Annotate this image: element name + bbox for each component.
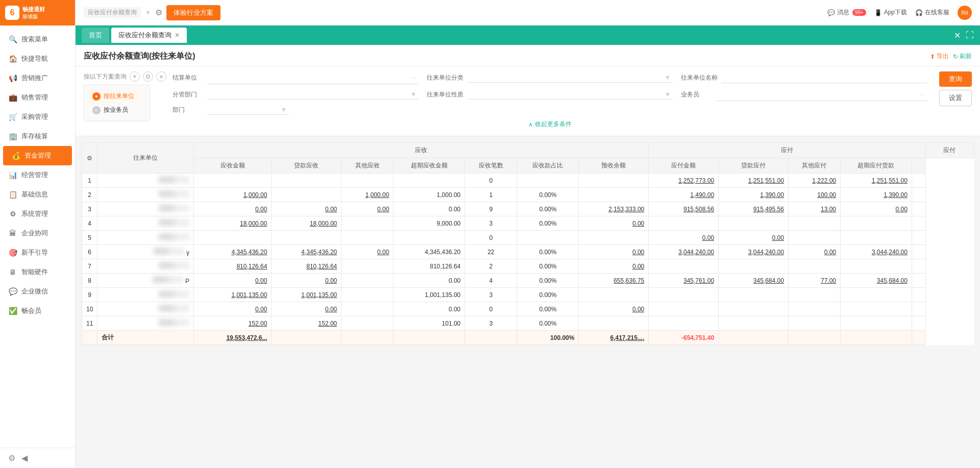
settlement-dots-icon: ··· xyxy=(411,74,416,81)
collapse-button[interactable]: ∧ 收起更多条件 xyxy=(173,118,927,131)
th-receivable-ratio: 应收款占比 xyxy=(517,158,579,174)
table-row: 418,000.0018,000.009,000.0030.00%0.00 xyxy=(82,216,974,231)
settings-icon[interactable]: ⚙ xyxy=(8,453,15,463)
tab-close-all-icon[interactable]: ✕ xyxy=(954,31,961,40)
app-download-action[interactable]: 📱 App下载 xyxy=(874,8,907,17)
marketing-icon: 📢 xyxy=(8,73,17,83)
dept-label: 分管部门 xyxy=(173,90,203,99)
settlement-unit-input[interactable] xyxy=(209,72,411,83)
logo: 6 畅捷通财 标准版 xyxy=(0,0,75,26)
unit-name-label: 往来单位名称 xyxy=(681,73,718,82)
user-avatar[interactable]: Rit xyxy=(958,6,972,20)
top-header: 应收应付余额查询 ▼ ⚙ 体验行业方案 💬 消息 99+ 📱 App下载 🎧 在… xyxy=(76,0,980,26)
export-button[interactable]: ⬆ 导出 xyxy=(930,52,949,61)
refresh-icon: ↻ xyxy=(953,53,958,60)
sidebar-item-label: 搜索菜单 xyxy=(21,35,48,44)
filter-label: 按以下方案查询 xyxy=(84,72,127,81)
sidebar-item-enterprise[interactable]: 🏛 企业协同 xyxy=(0,224,75,243)
table-settings-icon[interactable]: ⚙ xyxy=(87,155,92,162)
sidebar-item-search-menu[interactable]: 🔍 搜索菜单 xyxy=(0,30,75,49)
sidebar-footer: ⚙ ◀ xyxy=(0,448,75,468)
page-content: 应收应付余额查询(按往来单位) ⬆ 导出 ↻ 刷新 按以下方案查询 xyxy=(76,45,980,468)
total-prepaid-balance[interactable]: 6,417,215.... xyxy=(579,331,649,345)
partner-cell xyxy=(97,259,194,274)
th-other-receivable: 其他应收 xyxy=(341,158,394,174)
filter-group-unit-category: 往来单位分类 ▼ xyxy=(427,73,673,83)
tab-home[interactable]: 首页 xyxy=(82,28,109,43)
logo-icon: 6 xyxy=(5,6,19,20)
sidebar-item-label: 企业协同 xyxy=(21,229,48,238)
salesman-dots-icon: ··· xyxy=(920,91,925,98)
th-receivable-group: 应收 xyxy=(193,143,648,158)
header-gear-icon[interactable]: ⚙ xyxy=(155,8,162,17)
sidebar-item-finance[interactable]: 💰 资金管理 xyxy=(3,146,72,165)
operations-icon: 📊 xyxy=(8,170,17,180)
filter-add-button[interactable]: + xyxy=(130,71,140,82)
query-button[interactable]: 查询 xyxy=(939,71,972,87)
sidebar-item-hardware[interactable]: 🖥 智能硬件 xyxy=(0,262,75,282)
total-row: 合计 19,553,472,6... 100.00% 6,417,215....… xyxy=(82,331,974,345)
filter-group-salesman: 业务员 ··· xyxy=(681,88,927,101)
sidebar-item-wechat[interactable]: 💬 企业微信 xyxy=(0,282,75,301)
page-header: 应收应付余额查询(按往来单位) ⬆ 导出 ↻ 刷新 xyxy=(76,45,980,66)
basic-icon: 📋 xyxy=(8,190,17,199)
page-header-actions: ⬆ 导出 ↻ 刷新 xyxy=(930,52,972,61)
sidebar-item-inventory[interactable]: 🏢 库存核算 xyxy=(0,127,75,146)
sidebar-item-sales[interactable]: 💼 销售管理 xyxy=(0,88,75,107)
sidebar-item-operations[interactable]: 📊 经营管理 xyxy=(0,165,75,185)
th-loan-payable: 贷款应付 xyxy=(719,158,789,174)
service-action[interactable]: 🎧 在线客服 xyxy=(915,8,949,17)
scheme-item-by-staff[interactable]: ⊙ 按业务员 xyxy=(88,103,145,117)
th-overdue-receivable: 超期应收金额 xyxy=(394,158,465,174)
sidebar-item-label: 资金管理 xyxy=(24,151,51,160)
total-receivable-ratio: 100.00% xyxy=(517,331,579,345)
partner-cell xyxy=(97,174,194,188)
search-menu-icon: 🔍 xyxy=(8,35,17,44)
sidebar-item-purchase[interactable]: 🛒 采购管理 xyxy=(0,107,75,127)
filter-buttons: 查询 设置 xyxy=(939,71,972,106)
tab-balance-query[interactable]: 应收应付余额查询 ✕ xyxy=(111,28,187,43)
collapse-icon[interactable]: ◀ xyxy=(21,453,28,463)
refresh-button[interactable]: ↻ 刷新 xyxy=(953,52,972,61)
total-receivable-amount[interactable]: 19,553,472,6... xyxy=(193,331,272,345)
message-action[interactable]: 💬 消息 99+ xyxy=(827,8,866,17)
sidebar-item-system[interactable]: ⚙ 系统管理 xyxy=(0,204,75,224)
unit-name-input[interactable] xyxy=(722,72,927,83)
filter-group-unit-name: 往来单位名称 xyxy=(681,72,927,83)
filter-group-unit-nature: 往来单位性质 ▼ xyxy=(427,90,673,100)
partner-cell xyxy=(97,202,194,216)
salesman-input[interactable] xyxy=(718,89,920,100)
balance-tab-label: 应收应付余额查询 xyxy=(118,31,172,40)
set-button[interactable]: 设置 xyxy=(939,90,972,106)
total-label: 合计 xyxy=(97,331,194,345)
filter-collapse-button[interactable]: « xyxy=(156,71,166,82)
th-prepaid-balance: 预收余额 xyxy=(579,158,649,174)
enterprise-icon: 🏛 xyxy=(8,229,17,238)
table-row: 101,252,773.001,251,551.001,222.001,251,… xyxy=(82,174,974,188)
tab-close-icon[interactable]: ✕ xyxy=(175,32,180,39)
tab-expand-icon[interactable]: ⛶ xyxy=(966,31,974,40)
sidebar-item-marketing[interactable]: 📢 营销推广 xyxy=(0,68,75,88)
partner-cell xyxy=(97,302,194,316)
sidebar-item-guide[interactable]: 🎯 新手引导 xyxy=(0,243,75,262)
sidebar-item-basic[interactable]: 📋 基础信息 xyxy=(0,185,75,204)
total-label-cell xyxy=(82,331,97,345)
sales-icon: 💼 xyxy=(8,93,17,102)
th-receivable-amount: 应收金额 xyxy=(193,158,272,174)
sidebar-item-quick-nav[interactable]: 🏠 快捷导航 xyxy=(0,49,75,68)
scheme-item-by-unit[interactable]: ✦ 按往来单位 xyxy=(88,89,145,103)
filter-settings-button[interactable]: ⊙ xyxy=(143,71,153,82)
header-left: 应收应付余额查询 ▼ ⚙ 体验行业方案 xyxy=(84,5,821,20)
sidebar-item-label: 库存核算 xyxy=(21,132,48,141)
finance-icon: 💰 xyxy=(11,151,20,160)
partner-cell xyxy=(97,188,194,202)
tab-bar: 首页 应收应付余额查询 ✕ ✕ ⛶ xyxy=(76,26,980,45)
home-tab-label: 首页 xyxy=(89,31,102,40)
sidebar-item-member[interactable]: ✅ 畅会员 xyxy=(0,301,75,321)
wechat-icon: 💬 xyxy=(8,287,17,296)
table-row: 91,001,135.001,001,135.001,001,135.0030.… xyxy=(82,288,974,302)
th-receivable-count: 应收笔数 xyxy=(465,158,517,174)
unit-category-chevron-icon: ▼ xyxy=(665,74,671,81)
solution-button[interactable]: 体验行业方案 xyxy=(166,5,220,20)
th-payable-amount: 应付金额 xyxy=(649,158,719,174)
